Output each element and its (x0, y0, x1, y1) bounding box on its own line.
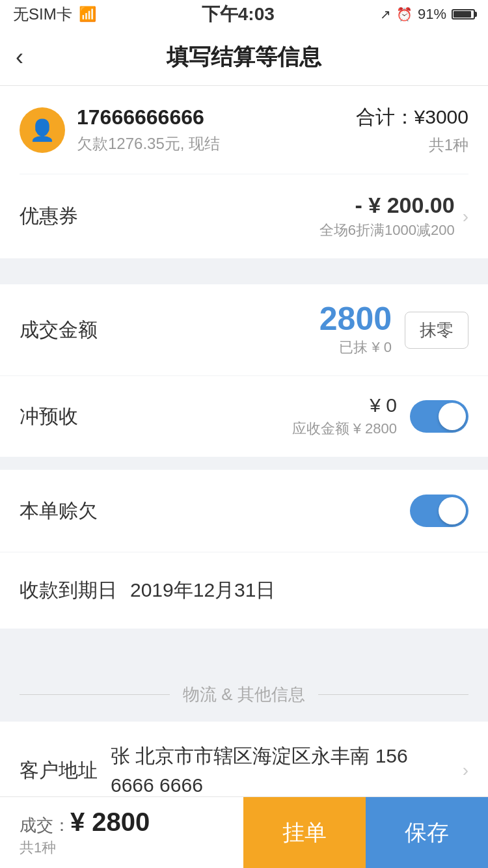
save-button[interactable]: 保存 (366, 797, 488, 869)
page-title: 填写结算等信息 (167, 42, 321, 72)
prereceive-amount: ¥ 0 应收金额 ¥ 2800 (292, 394, 397, 439)
amount-right: 2800 已抹 ¥ 0 抹零 (319, 303, 468, 357)
back-button[interactable]: ‹ (16, 44, 23, 71)
customer-card: 👤 17666666666 欠款1276.35元, 现结 合计：¥3000 共1… (0, 86, 488, 258)
prereceive-main: ¥ 0 (292, 394, 397, 416)
address-label: 客户地址 (20, 757, 98, 784)
logistics-sep: 物流 & 其他信息 (0, 668, 488, 722)
prereceive-row: 冲预收 ¥ 0 应收金额 ¥ 2800 (0, 375, 488, 457)
amount-value: 2800 (319, 303, 392, 335)
customer-debt: 欠款1276.35元, 现结 (77, 133, 220, 154)
bottom-deal-amount: ¥ 2800 (70, 807, 150, 836)
hold-button[interactable]: 挂单 (243, 797, 366, 869)
bottom-total-row: 成交：¥ 2800 (20, 807, 224, 837)
duedate-row: 收款到期日 2019年12月31日 (0, 552, 488, 629)
round-button[interactable]: 抹零 (405, 312, 468, 349)
duedate-label: 收款到期日 (20, 577, 117, 604)
section-gap-3 (0, 642, 488, 655)
coupon-right: - ¥ 200.00 全场6折满1000减200 › (319, 193, 468, 240)
customer-left: 👤 17666666666 欠款1276.35元, 现结 (20, 105, 220, 154)
customer-total: 合计：¥3000 (356, 104, 468, 131)
debt-toggle[interactable] (410, 495, 468, 527)
logistics-sep-text: 物流 & 其他信息 (183, 683, 305, 706)
duedate-section: 收款到期日 2019年12月31日 (0, 552, 488, 629)
address-chevron-icon: › (463, 760, 468, 781)
customer-phone: 17666666666 (77, 105, 220, 129)
sep-line-left (20, 694, 170, 695)
wifi-icon: 📶 (79, 6, 96, 23)
section-gap-1 (0, 271, 488, 284)
coupon-label: 优惠券 (20, 203, 78, 230)
coupon-chevron-icon: › (463, 206, 468, 227)
amount-section: 成交金额 2800 已抹 ¥ 0 抹零 冲预收 ¥ 0 应收金额 ¥ 2800 (0, 284, 488, 457)
avatar: 👤 (20, 107, 65, 153)
coupon-row[interactable]: 优惠券 - ¥ 200.00 全场6折满1000减200 › (0, 174, 488, 258)
customer-right: 合计：¥3000 共1种 (356, 104, 468, 156)
battery-text: 91% (418, 6, 446, 23)
location-icon: ↗ (380, 7, 391, 22)
carrier-text: 无SIM卡 (13, 4, 72, 25)
customer-count: 共1种 (356, 135, 468, 156)
duedate-value: 2019年12月31日 (130, 577, 275, 604)
coupon-desc: 全场6折满1000减200 (319, 221, 455, 240)
amount-label: 成交金额 (20, 317, 98, 344)
prereceive-label: 冲预收 (20, 403, 78, 430)
main-content: 👤 17666666666 欠款1276.35元, 现结 合计：¥3000 共1… (0, 86, 488, 868)
battery-icon (452, 9, 475, 20)
debt-label: 本单赊欠 (20, 498, 98, 524)
prereceive-sub: 应收金额 ¥ 2800 (292, 419, 397, 439)
bottom-count: 共1种 (20, 838, 224, 858)
address-value: 张 北京市市辖区海淀区永丰南 156 6666 6666 (111, 741, 455, 800)
customer-info: 17666666666 欠款1276.35元, 现结 (77, 105, 220, 154)
bottom-left: 成交：¥ 2800 共1种 (0, 807, 243, 858)
customer-row: 👤 17666666666 欠款1276.35元, 现结 合计：¥3000 共1… (0, 86, 488, 174)
alarm-icon: ⏰ (396, 7, 413, 22)
header: ‹ 填写结算等信息 (0, 29, 488, 86)
status-left: 无SIM卡 📶 (13, 4, 96, 25)
prereceive-toggle[interactable] (410, 400, 468, 433)
debt-row: 本单赊欠 (0, 470, 488, 552)
section-gap-2 (0, 457, 488, 470)
total-amount: ¥3000 (414, 106, 468, 128)
coupon-amount: - ¥ 200.00 (319, 193, 455, 218)
total-label: 合计： (356, 106, 414, 128)
bottom-bar: 成交：¥ 2800 共1种 挂单 保存 (0, 796, 488, 868)
sep-line-right (318, 694, 468, 695)
status-time: 下午4:03 (202, 2, 275, 27)
coupon-info: - ¥ 200.00 全场6折满1000减200 (319, 193, 455, 240)
bottom-deal-label: 成交： (20, 815, 70, 835)
status-bar: 无SIM卡 📶 下午4:03 ↗ ⏰ 91% (0, 0, 488, 29)
debt-section: 本单赊欠 收款到期日 2019年12月31日 (0, 470, 488, 629)
amount-row: 成交金额 2800 已抹 ¥ 0 抹零 (0, 284, 488, 375)
prereceive-right: ¥ 0 应收金额 ¥ 2800 (292, 394, 468, 439)
amount-value-wrap: 2800 已抹 ¥ 0 (319, 303, 392, 357)
status-right: ↗ ⏰ 91% (380, 6, 475, 23)
amount-sub: 已抹 ¥ 0 (319, 338, 392, 357)
